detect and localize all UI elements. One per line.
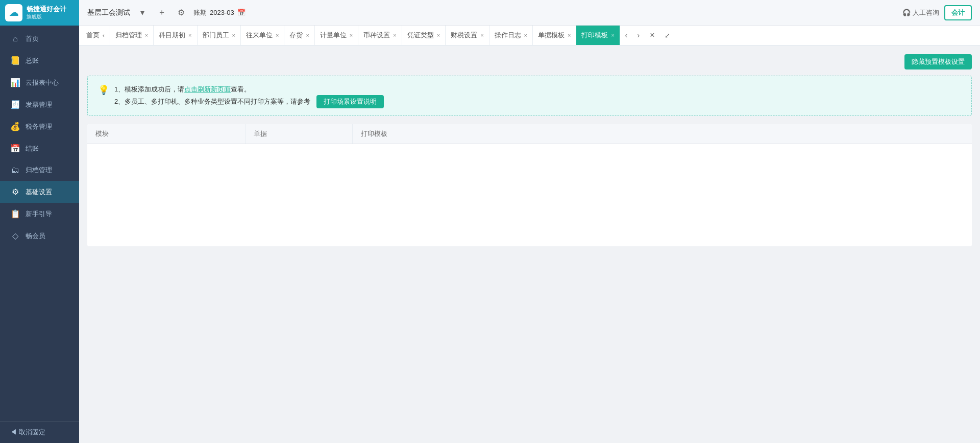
guide-icon: 📋 xyxy=(10,209,20,219)
sidebar-nav: ⌂首页📒总账📊云报表中心🧾发票管理💰税务管理📅结账🗂归档管理⚙基础设置📋新手引导… xyxy=(0,26,79,421)
sidebar-item-home[interactable]: ⌂首页 xyxy=(0,28,79,50)
home-nav-icon: ‹ xyxy=(103,32,105,38)
kuaiji-button[interactable]: 会计 xyxy=(944,5,972,20)
tab-tax-setting[interactable]: 财税设置× xyxy=(446,26,489,45)
sidebar-label-tax: 税务管理 xyxy=(26,122,52,131)
data-table: 模块单据打印模板 xyxy=(87,124,972,246)
sidebar-label-home: 首页 xyxy=(26,34,39,43)
sidebar-label-closing: 结账 xyxy=(26,144,39,153)
period-info: 账期 2023-03 📅 xyxy=(193,8,246,17)
tab-close-voucher-type[interactable]: × xyxy=(437,32,440,38)
tab-close-inventory[interactable]: × xyxy=(306,32,309,38)
content-area: 隐藏预置模板设置 💡 1、模板添加成功后，请点击刷新新页面查看。 2、多员工、多… xyxy=(79,46,980,443)
notice-box: 💡 1、模板添加成功后，请点击刷新新页面查看。 2、多员工、多打印机、多种业务类… xyxy=(87,76,972,116)
top-bar-left: 基层工会测试 ▾ ＋ ⚙ 账期 2023-03 📅 xyxy=(87,6,246,20)
sidebar-logo: ☁ 畅捷通好会计 旗舰版 xyxy=(0,0,79,26)
tab-close-print-template[interactable]: × xyxy=(611,32,614,38)
tab-close-currency[interactable]: × xyxy=(393,32,396,38)
sidebar-label-guide: 新手引导 xyxy=(26,209,52,219)
human-service-label: 人工咨询 xyxy=(913,8,939,17)
basic-icon: ⚙ xyxy=(10,187,20,197)
home-tab-label: 首页 xyxy=(86,31,100,40)
sidebar-label-basic: 基础设置 xyxy=(26,188,52,197)
tab-home[interactable]: 首页‹ xyxy=(81,26,110,45)
sidebar-item-archive[interactable]: 🗂归档管理 xyxy=(0,159,79,181)
notice-refresh-link[interactable]: 点击刷新新页面 xyxy=(184,85,231,93)
tab-nav-left[interactable]: ‹ xyxy=(620,26,632,45)
notice-content: 1、模板添加成功后，请点击刷新新页面查看。 2、多员工、多打印机、多种业务类型设… xyxy=(114,83,961,108)
tab-label-single-template: 单据模板 xyxy=(538,31,565,40)
print-scene-btn[interactable]: 打印场景设置说明 xyxy=(316,95,384,108)
tab-label-department: 部门员工 xyxy=(203,31,229,40)
table-col-1: 单据 xyxy=(246,124,353,144)
calendar-icon[interactable]: 📅 xyxy=(237,9,246,16)
sidebar-item-closing[interactable]: 📅结账 xyxy=(0,137,79,159)
sidebar-item-member[interactable]: ◇畅会员 xyxy=(0,225,79,247)
bulb-icon: 💡 xyxy=(98,84,109,96)
sidebar: ☁ 畅捷通好会计 旗舰版 ⌂首页📒总账📊云报表中心🧾发票管理💰税务管理📅结账🗂归… xyxy=(0,0,79,443)
tab-close-operation-log[interactable]: × xyxy=(524,32,527,38)
sidebar-item-guide[interactable]: 📋新手引导 xyxy=(0,203,79,225)
tab-department[interactable]: 部门员工× xyxy=(198,26,241,45)
add-tab-icon[interactable]: ＋ xyxy=(155,6,169,20)
sidebar-footer[interactable]: ◀ 取消固定 xyxy=(0,421,79,443)
sidebar-label-archive: 归档管理 xyxy=(26,166,52,175)
tab-operation-log[interactable]: 操作日志× xyxy=(489,26,533,45)
tab-label-currency: 币种设置 xyxy=(363,31,390,40)
notice-line2-prefix: 2、多员工、多打印机、多种业务类型设置不同打印方案等，请参考 xyxy=(114,98,310,105)
dropdown-icon[interactable]: ▾ xyxy=(135,6,150,20)
sidebar-label-member: 畅会员 xyxy=(26,231,45,241)
tab-close-tax-setting[interactable]: × xyxy=(480,32,483,38)
tab-currency[interactable]: 币种设置× xyxy=(358,26,402,45)
tab-single-template[interactable]: 单据模板× xyxy=(533,26,576,45)
tab-inventory[interactable]: 存货× xyxy=(284,26,314,45)
tab-archive-mgmt[interactable]: 归档管理× xyxy=(110,26,154,45)
tab-voucher-type[interactable]: 凭证类型× xyxy=(402,26,446,45)
tab-subject-init[interactable]: 科目期初× xyxy=(154,26,197,45)
hide-template-btn[interactable]: 隐藏预置模板设置 xyxy=(904,54,972,69)
tab-close-unit[interactable]: × xyxy=(350,32,353,38)
sidebar-item-ledger[interactable]: 📒总账 xyxy=(0,50,79,72)
sidebar-item-invoice[interactable]: 🧾发票管理 xyxy=(0,94,79,115)
tab-label-tax-setting: 财税设置 xyxy=(451,31,477,40)
logo-title: 畅捷通好会计 xyxy=(27,5,66,13)
sidebar-label-report: 云报表中心 xyxy=(26,78,59,87)
sidebar-item-basic[interactable]: ⚙基础设置 xyxy=(0,181,79,203)
main-area: 基层工会测试 ▾ ＋ ⚙ 账期 2023-03 📅 🎧 人工咨询 会计 首页‹归… xyxy=(79,0,980,443)
sidebar-label-ledger: 总账 xyxy=(26,56,39,65)
logo-icon: ☁ xyxy=(5,4,22,21)
tab-close-single-template[interactable]: × xyxy=(568,32,571,38)
tab-nav-right[interactable]: › xyxy=(632,26,645,45)
member-icon: ◇ xyxy=(10,231,20,241)
logo-text: 畅捷通好会计 旗舰版 xyxy=(27,5,66,20)
sidebar-item-report[interactable]: 📊云报表中心 xyxy=(0,72,79,94)
tab-bar: 首页‹归档管理×科目期初×部门员工×往来单位×存货×计量单位×币种设置×凭证类型… xyxy=(79,26,980,46)
tab-close-all[interactable]: × xyxy=(645,26,660,45)
report-icon: 📊 xyxy=(10,78,20,87)
sidebar-label-invoice: 发票管理 xyxy=(26,100,52,109)
period-value: 2023-03 xyxy=(210,9,234,16)
tab-close-department[interactable]: × xyxy=(232,32,235,38)
human-service-btn[interactable]: 🎧 人工咨询 xyxy=(902,8,939,17)
tab-partner[interactable]: 往来单位× xyxy=(241,26,284,45)
notice-line-1: 1、模板添加成功后，请点击刷新新页面查看。 xyxy=(114,83,961,95)
tab-expand[interactable]: ⤢ xyxy=(660,26,675,45)
sidebar-item-tax[interactable]: 💰税务管理 xyxy=(0,115,79,137)
ledger-icon: 📒 xyxy=(10,56,20,65)
settings-icon[interactable]: ⚙ xyxy=(174,6,188,20)
table-col-2: 打印模板 xyxy=(353,124,972,144)
tab-label-archive-mgmt: 归档管理 xyxy=(115,31,142,40)
tab-close-archive-mgmt[interactable]: × xyxy=(145,32,148,38)
table-body xyxy=(87,144,972,246)
tab-print-template[interactable]: 打印模板× xyxy=(576,26,620,45)
tax-icon: 💰 xyxy=(10,122,20,131)
tab-unit[interactable]: 计量单位× xyxy=(315,26,358,45)
logo-sub: 旗舰版 xyxy=(27,13,66,20)
tab-label-voucher-type: 凭证类型 xyxy=(407,31,434,40)
notice-line-2: 2、多员工、多打印机、多种业务类型设置不同打印方案等，请参考 打印场景设置说明 xyxy=(114,95,961,108)
archive-icon: 🗂 xyxy=(10,166,20,175)
tab-close-partner[interactable]: × xyxy=(276,32,279,38)
tab-label-operation-log: 操作日志 xyxy=(495,31,521,40)
unpin-label: ◀ 取消固定 xyxy=(10,428,45,437)
tab-close-subject-init[interactable]: × xyxy=(188,32,191,38)
